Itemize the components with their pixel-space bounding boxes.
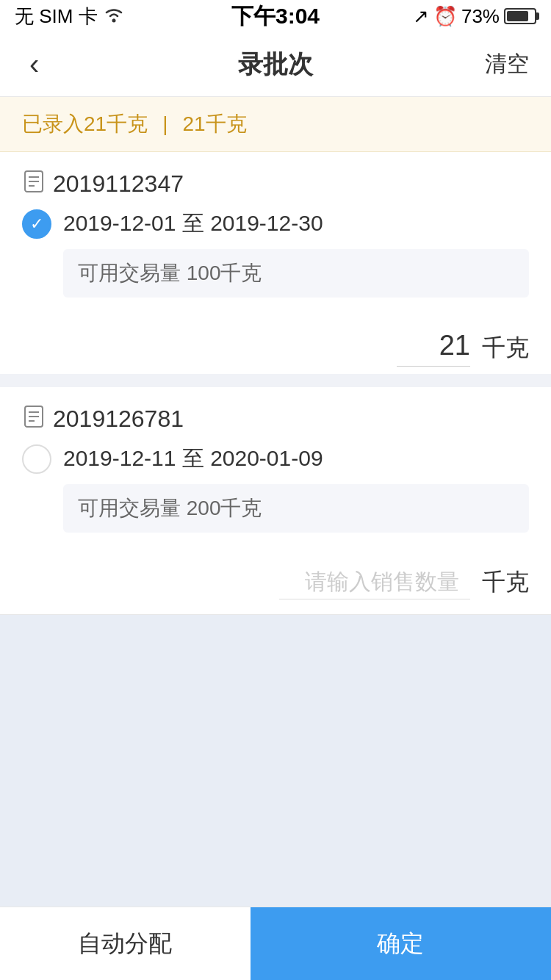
bottom-bar: 自动分配 确定 [0, 907, 551, 980]
input-unit-2: 千克 [482, 566, 529, 599]
location-icon: ↗ [413, 5, 429, 28]
info-banner: 已录入21千克 | 21千克 [0, 97, 551, 152]
batch-id-icon-1 [22, 170, 46, 198]
batch-row-1[interactable]: 2019-12-01 至 2019-12-30 [22, 209, 529, 239]
batch-card-1: 2019112347 2019-12-01 至 2019-12-30 可用交易量… [0, 152, 551, 374]
qty-display-1[interactable]: 21 [397, 330, 470, 367]
alarm-icon: ⏰ [433, 5, 457, 28]
separator-1 [0, 374, 551, 387]
battery-percent: 73% [461, 5, 500, 28]
available-qty-2: 可用交易量 200千克 [63, 484, 529, 533]
wifi-icon [104, 5, 124, 28]
confirm-button[interactable]: 确定 [251, 907, 551, 980]
nav-title: 录批次 [238, 48, 313, 82]
sales-quantity-input[interactable] [279, 565, 470, 599]
status-bar: 无 SIM 卡 下午3:04 ↗ ⏰ 73% [0, 0, 551, 32]
batch-date-1: 2019-12-01 至 2019-12-30 [63, 209, 323, 239]
nav-bar: ‹ 录批次 清空 [0, 32, 551, 97]
batch-header-1: 2019112347 [22, 170, 529, 198]
back-button[interactable]: ‹ [22, 40, 46, 88]
status-time: 下午3:04 [231, 1, 320, 32]
clear-button[interactable]: 清空 [485, 49, 529, 79]
batch-id-1: 2019112347 [53, 170, 184, 198]
batch-id-2: 2019126781 [53, 406, 184, 433]
batch-row-2[interactable]: 2019-12-11 至 2020-01-09 [22, 444, 529, 474]
batch-date-2: 2019-12-11 至 2020-01-09 [63, 444, 323, 474]
status-left: 无 SIM 卡 [15, 4, 124, 29]
input-row-2[interactable]: 千克 [0, 550, 551, 615]
radio-btn-1[interactable] [22, 209, 51, 239]
status-right: ↗ ⏰ 73% [413, 5, 536, 28]
info-amount: 21千克 [182, 110, 246, 138]
carrier-label: 无 SIM 卡 [15, 4, 98, 29]
batch-card-2: 2019126781 2019-12-11 至 2020-01-09 可用交易量… [0, 387, 551, 615]
batch-item-1: 2019112347 2019-12-01 至 2019-12-30 可用交易量… [0, 152, 551, 315]
qty-unit-1: 千克 [482, 332, 529, 364]
batch-id-icon-2 [22, 405, 46, 433]
qty-input-wrapper-1: 21 千克 [0, 315, 551, 374]
svg-point-0 [112, 18, 115, 22]
available-qty-1: 可用交易量 100千克 [63, 249, 529, 298]
batch-header-2: 2019126781 [22, 405, 529, 433]
battery-icon [504, 8, 536, 24]
recorded-label: 已录入21千克 [22, 110, 148, 138]
info-divider: | [162, 112, 168, 136]
batch-item-2: 2019126781 2019-12-11 至 2020-01-09 可用交易量… [0, 387, 551, 550]
radio-btn-2[interactable] [22, 444, 51, 474]
auto-distribute-button[interactable]: 自动分配 [0, 907, 251, 980]
